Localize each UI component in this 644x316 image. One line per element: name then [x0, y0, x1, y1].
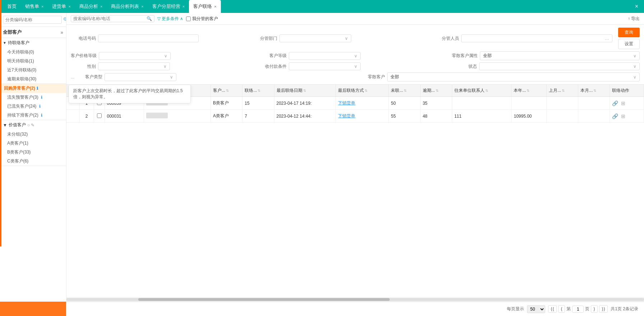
sidebar-item-lost[interactable]: 已流失客户(24) ℹ [0, 102, 66, 111]
col-overdue-sort-icon[interactable]: ⇅ [436, 89, 439, 93]
more-filter-button[interactable]: ▽ 更多条件 ∧ [157, 16, 183, 22]
retail-attr-chevron-icon: ∨ [633, 53, 636, 58]
toolbar: 🔍 ▽ 更多条件 ∧ 我分管的客户 ↑ 导出 [66, 13, 644, 25]
row2-method-link[interactable]: 下销货单 [338, 113, 355, 118]
setting-button[interactable]: 设置 [618, 39, 640, 49]
filter-actions: 查询 设置 [618, 28, 640, 49]
row2-link-icon[interactable]: 🔗 [612, 113, 618, 119]
sidebar-collapse-button[interactable]: » [60, 29, 63, 35]
sidebar-item-overdue[interactable]: 逾期未联络(30) [0, 75, 66, 84]
first-page-button[interactable]: ⟨⟨ [548, 305, 557, 313]
gender-select[interactable]: ∨ [98, 62, 170, 70]
retail-customer-select[interactable]: 全部 ∨ [387, 72, 640, 81]
filter-manager-col: 分管人员 … [434, 34, 612, 42]
more-dots-trigger[interactable]: ... [71, 75, 74, 80]
row2-unit-contact: 111 [452, 110, 511, 123]
close-product-analysis-tab[interactable]: × [100, 4, 102, 9]
close-purchase-tab[interactable]: × [68, 4, 70, 9]
phone-input[interactable] [98, 34, 199, 42]
row1-not-contacted: 50 [389, 97, 420, 110]
my-customer-checkbox[interactable] [186, 16, 191, 21]
row1-link-icon[interactable]: 🔗 [612, 100, 618, 106]
nav-customer-contact[interactable]: 客户联络 × [189, 0, 221, 13]
row2-grid-icon[interactable]: ⊞ [621, 113, 625, 119]
abnormal-repurchase-info-icon[interactable]: ℹ [37, 86, 38, 91]
lost-info-icon[interactable]: ℹ [39, 104, 41, 108]
horizontal-scrollbar[interactable] [66, 297, 644, 302]
sidebar-item-lost-warning[interactable]: 流失预警客户(3) ℹ [0, 93, 66, 102]
col-year-sort-icon[interactable]: ⇅ [527, 89, 529, 93]
customer-type-select[interactable]: ∨ [105, 73, 176, 81]
page-number-input[interactable] [572, 306, 584, 313]
row1-actions: 🔗 ⊞ [610, 97, 644, 110]
sidebar-item-class-c[interactable]: C类客户(6) [0, 157, 66, 166]
close-sales-tab[interactable]: × [41, 4, 43, 9]
nav-home[interactable]: 首页 [3, 0, 21, 13]
sidebar-item-7days[interactable]: 近7天待联络(0) [0, 66, 66, 75]
col-this-year: 本年... ⇅ [511, 85, 547, 97]
export-button[interactable]: ↑ 导出 [628, 16, 640, 22]
row1-method-link[interactable]: 下销货单 [338, 100, 355, 105]
prev-page-button[interactable]: ⟨ [558, 305, 565, 313]
payment-select[interactable]: ∨ [289, 62, 361, 70]
col-method-sort-icon[interactable]: ⇅ [365, 89, 367, 93]
nav-product-analysis-list[interactable]: 商品分析列表 × [107, 0, 148, 13]
col-contacts-sort-icon[interactable]: ⇅ [258, 89, 260, 93]
sidebar-item-today[interactable]: 今天待联络(0) [0, 48, 66, 57]
sidebar-item-abnormal-repurchase[interactable]: 回购异常客户(2) ℹ [0, 84, 66, 93]
col-this-month-sort-icon[interactable]: ⇅ [593, 89, 596, 93]
retail-attr-select[interactable]: 全部 ∨ [480, 51, 640, 60]
search-input[interactable] [73, 16, 145, 21]
row2-last-contact-date: 2023-04-12 14:44: [274, 110, 336, 123]
col-this-month: 本月... ⇅ [578, 85, 610, 97]
customer-level-select[interactable]: ∨ [289, 52, 361, 60]
col-last-month-sort-icon[interactable]: ⇅ [562, 89, 565, 93]
row2-overdue: 48 [420, 110, 452, 123]
my-customer-filter[interactable]: 我分管的客户 [186, 16, 218, 22]
lost-warning-info-icon[interactable]: ℹ [41, 95, 42, 99]
sidebar-search-input[interactable] [3, 16, 62, 24]
sidebar-content: ▼ 待联络客户 今天待联络(0) 明天待联络(1) 近7天待联络(0) 逾期未联… [0, 38, 66, 302]
per-page-select[interactable]: 50 100 200 [527, 305, 545, 313]
sidebar-item-class-b[interactable]: B类客户(33) [0, 148, 66, 157]
pending-contact-group[interactable]: ▼ 待联络客户 [0, 38, 66, 48]
customer-level-label: 客户等级 [261, 53, 287, 59]
sidebar-item-unclassified[interactable]: 未分组(32) [0, 130, 66, 139]
close-customer-tier-tab[interactable]: × [182, 4, 185, 9]
value-customers-group[interactable]: ▼ 价值客户 ○ ✎ [0, 120, 66, 130]
close-customer-contact-tab[interactable]: × [214, 4, 216, 9]
close-product-list-tab[interactable]: × [141, 4, 143, 9]
toolbar-search-icon[interactable]: 🔍 [147, 16, 152, 21]
col-unit-sort-icon[interactable]: ⇅ [485, 89, 488, 93]
nav-customer-tier[interactable]: 客户分层经营 × [148, 0, 189, 13]
declining-info-icon[interactable]: ℹ [41, 113, 42, 117]
gender-label: 性别 [71, 63, 96, 70]
window-close-button[interactable]: × [632, 3, 641, 10]
pagination-nav: ⟨⟨ ⟨ 第 页 ⟩ ⟩⟩ [548, 305, 608, 313]
page-suffix-label: 页 [585, 306, 589, 312]
dept-chevron-icon: ∨ [345, 36, 348, 41]
row2-this-month [578, 110, 610, 123]
query-button[interactable]: 查询 [618, 28, 640, 37]
manager-select[interactable]: … [461, 34, 612, 42]
nav-purchase[interactable]: 进货单 × [48, 0, 75, 13]
sidebar-item-declining[interactable]: 持续下滑客户(2) ℹ [0, 111, 66, 120]
value-customers-edit-icon[interactable]: ○ ✎ [27, 123, 35, 128]
sidebar-item-class-a[interactable]: A类客户(1) [0, 139, 66, 148]
sidebar-search-icon[interactable]: 🔍 [63, 17, 66, 22]
status-select[interactable]: ∨ [479, 62, 640, 70]
row2-checkbox[interactable] [97, 113, 102, 118]
last-page-button[interactable]: ⟩⟩ [599, 305, 608, 313]
row1-grid-icon[interactable]: ⊞ [621, 100, 625, 106]
row2-not-contacted: 55 [389, 110, 420, 123]
next-page-button[interactable]: ⟩ [591, 305, 598, 313]
dept-select[interactable]: ∨ [279, 34, 351, 42]
col-date-sort-icon[interactable]: ⇅ [303, 89, 306, 93]
col-not-contacted-sort-icon[interactable]: ⇅ [404, 89, 407, 93]
price-level-select[interactable]: ∨ [99, 52, 171, 60]
row2-contacts: 7 [242, 110, 274, 123]
nav-sales[interactable]: 销售单 × [21, 0, 48, 13]
col-type-sort-icon[interactable]: ⇅ [226, 89, 229, 93]
sidebar-item-tomorrow[interactable]: 明天待联络(1) [0, 57, 66, 66]
nav-product-analysis[interactable]: 商品分析 × [75, 0, 107, 13]
